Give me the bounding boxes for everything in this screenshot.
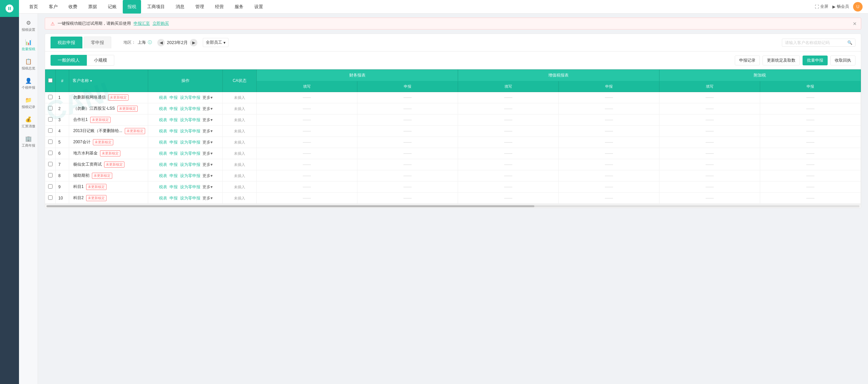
banner-close-button[interactable]: ✕ — [853, 21, 857, 26]
row-no: 9 — [56, 182, 69, 193]
row-checkbox-0[interactable] — [48, 95, 53, 99]
op-zero-0[interactable]: 设为零申报 — [180, 95, 200, 100]
op-zero-2[interactable]: 设为零申报 — [180, 118, 200, 122]
horizontal-scrollbar[interactable] — [45, 204, 861, 208]
op-taxform-8[interactable]: 税表 — [159, 185, 167, 189]
sidebar-item-personal-tax[interactable]: 👤 个税申报 — [19, 74, 38, 93]
op-more-1[interactable]: 更多▾ — [202, 106, 213, 111]
update-stats-button[interactable]: 更新统定及取数 — [763, 56, 800, 65]
row-checkbox-1[interactable] — [48, 106, 53, 110]
op-more-3[interactable]: 更多▾ — [202, 129, 213, 133]
info-icon[interactable]: ⓘ — [148, 40, 152, 45]
op-declare-3[interactable]: 申报 — [170, 129, 178, 133]
nav-tax[interactable]: 报税 — [123, 0, 141, 14]
op-more-5[interactable]: 更多▾ — [202, 151, 213, 156]
fullscreen-button[interactable]: ⛶ 全屏 — [815, 4, 828, 9]
op-taxform-5[interactable]: 税表 — [159, 151, 167, 156]
row-fin-fill: —— — [257, 148, 357, 159]
op-zero-8[interactable]: 设为零申报 — [180, 185, 200, 189]
op-declare-6[interactable]: 申报 — [170, 162, 178, 167]
nav-operation[interactable]: 经营 — [210, 0, 229, 14]
retrieve-back-button[interactable]: 收取回执 — [830, 56, 855, 65]
op-taxform-1[interactable]: 税表 — [159, 106, 167, 111]
nav-message[interactable]: 消息 — [171, 0, 189, 14]
nav-service[interactable]: 服务 — [230, 0, 248, 14]
tab-zero-declare[interactable]: 零申报 — [84, 37, 111, 48]
member-button[interactable]: ▶ 畅会员 — [832, 4, 849, 9]
op-taxform-3[interactable]: 税表 — [159, 129, 167, 133]
nav-collect[interactable]: 收费 — [64, 0, 82, 14]
select-all-checkbox[interactable] — [48, 78, 53, 83]
row-vat-fill: —— — [458, 114, 559, 126]
date-next-button[interactable]: ▶ — [190, 39, 197, 46]
nav-home[interactable]: 首页 — [24, 0, 43, 14]
op-more-4[interactable]: 更多▾ — [202, 140, 213, 145]
op-declare-9[interactable]: 申报 — [170, 196, 178, 200]
op-zero-6[interactable]: 设为零申报 — [180, 162, 200, 167]
row-checkbox-4[interactable] — [48, 140, 53, 144]
op-taxform-9[interactable]: 税表 — [159, 196, 167, 200]
nav-business[interactable]: 工商项目 — [142, 0, 170, 14]
row-add-fill: —— — [659, 159, 760, 170]
sidebar-item-tax-settings[interactable]: ⚙ 报税设置 — [19, 16, 38, 36]
row-no: 5 — [56, 137, 69, 148]
op-taxform-2[interactable]: 税表 — [159, 118, 167, 122]
declare-summary-link[interactable]: 申报汇至 — [134, 21, 150, 26]
op-zero-5[interactable]: 设为零申报 — [180, 151, 200, 156]
op-declare-7[interactable]: 申报 — [170, 173, 178, 178]
type-tab-general[interactable]: 一般的税人 — [51, 55, 87, 66]
op-declare-5[interactable]: 申报 — [170, 151, 178, 156]
op-more-9[interactable]: 更多▾ — [202, 196, 213, 200]
sidebar-item-calc-clear[interactable]: 💰 汇算清缴 — [19, 113, 38, 132]
op-declare-8[interactable]: 申报 — [170, 185, 178, 189]
row-checkbox-3[interactable] — [48, 128, 53, 133]
tab-tax-declare[interactable]: 税款申报 — [51, 37, 82, 48]
batch-declare-button[interactable]: 批量申报 — [803, 56, 828, 65]
type-tab-small[interactable]: 小规模 — [87, 55, 114, 66]
op-declare-4[interactable]: 申报 — [170, 140, 178, 145]
nav-invoice[interactable]: 票据 — [83, 0, 102, 14]
row-checkbox-5[interactable] — [48, 151, 53, 155]
buy-now-link[interactable]: 立即购买 — [153, 21, 169, 26]
row-checkbox-2[interactable] — [48, 117, 53, 122]
dept-select[interactable]: 全部员工 ▾ — [203, 38, 229, 47]
op-zero-3[interactable]: 设为零申报 — [180, 129, 200, 133]
nav-customer[interactable]: 客户 — [44, 0, 62, 14]
sidebar-item-tax-records[interactable]: 📁 报税记录 — [19, 93, 38, 113]
search-icon[interactable]: 🔍 — [847, 40, 852, 45]
op-more-0[interactable]: 更多▾ — [202, 95, 213, 100]
row-no: 10 — [56, 193, 69, 204]
op-declare-1[interactable]: 申报 — [170, 106, 178, 111]
op-zero-1[interactable]: 设为零申报 — [180, 106, 200, 111]
row-checkbox-6[interactable] — [48, 162, 53, 166]
op-zero-9[interactable]: 设为零申报 — [180, 196, 200, 200]
op-taxform-4[interactable]: 税表 — [159, 140, 167, 145]
op-more-7[interactable]: 更多▾ — [202, 173, 213, 178]
nav-manage[interactable]: 管理 — [191, 0, 209, 14]
sidebar-item-tax-overview[interactable]: 📋 报税总览 — [19, 55, 38, 74]
declare-records-button[interactable]: 申报记录 — [735, 56, 760, 65]
search-input[interactable] — [785, 40, 846, 45]
op-taxform-7[interactable]: 税表 — [159, 173, 167, 178]
op-zero-4[interactable]: 设为零申报 — [180, 140, 200, 145]
op-declare-0[interactable]: 申报 — [170, 95, 178, 100]
sidebar-item-business-report[interactable]: 🏢 工商年报 — [19, 132, 38, 151]
nav-accounting[interactable]: 记账 — [103, 0, 121, 14]
date-prev-button[interactable]: ◀ — [157, 39, 165, 46]
app-logo[interactable] — [0, 0, 19, 17]
row-checkbox-8[interactable] — [48, 184, 53, 189]
row-checkbox-7[interactable] — [48, 173, 53, 177]
op-declare-2[interactable]: 申报 — [170, 118, 178, 122]
op-more-6[interactable]: 更多▾ — [202, 162, 213, 167]
th-vat-fill: 填写 — [458, 81, 559, 92]
avatar[interactable]: U — [853, 2, 863, 12]
op-taxform-0[interactable]: 税表 — [159, 95, 167, 100]
op-more-8[interactable]: 更多▾ — [202, 185, 213, 189]
table-row: 9 科目1 未更新核定 税表 申报 设为零申报 更多▾ 未插入 —— —— ——… — [45, 182, 861, 193]
op-taxform-6[interactable]: 税表 — [159, 162, 167, 167]
op-zero-7[interactable]: 设为零申报 — [180, 173, 200, 178]
sidebar-item-batch-tax[interactable]: 📊 批量报税 — [19, 36, 38, 55]
nav-settings[interactable]: 设置 — [250, 0, 268, 14]
op-more-2[interactable]: 更多▾ — [202, 118, 213, 122]
row-checkbox-9[interactable] — [48, 195, 53, 200]
